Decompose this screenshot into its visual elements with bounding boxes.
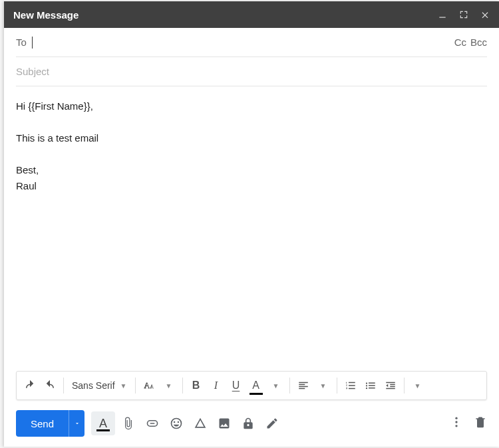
discard-draft-icon[interactable]: [474, 415, 487, 431]
insert-drive-icon[interactable]: [194, 417, 207, 430]
text-style-bar: [96, 429, 110, 431]
font-size-dropdown[interactable]: ▼: [160, 376, 178, 395]
compose-window: New Message To Cc Bcc Hi {{First Name}},…: [4, 1, 499, 447]
font-family-label: Sans Serif: [72, 380, 115, 391]
formatting-toolbar: Sans Serif ▼ ▼ B I U A ▼ ▼ ▼: [16, 371, 487, 400]
bulleted-list-icon[interactable]: [361, 376, 380, 395]
bcc-button[interactable]: Bcc: [470, 37, 487, 48]
close-icon[interactable]: [480, 10, 490, 19]
bold-icon[interactable]: B: [187, 376, 206, 395]
insert-link-icon[interactable]: [146, 417, 159, 430]
svg-point-1: [455, 417, 457, 419]
text-color-bar: [250, 393, 263, 395]
chevron-down-icon: ▼: [120, 382, 127, 390]
svg-rect-0: [439, 17, 445, 18]
outdent-icon[interactable]: [381, 376, 400, 395]
font-size-icon[interactable]: [140, 376, 158, 395]
insert-emoji-icon[interactable]: [170, 417, 183, 430]
more-formatting-dropdown[interactable]: ▼: [409, 376, 427, 395]
svg-point-2: [455, 421, 457, 423]
insert-signature-icon[interactable]: [265, 417, 279, 430]
text-color-icon[interactable]: A: [247, 376, 265, 395]
send-button[interactable]: Send: [16, 410, 69, 437]
align-icon[interactable]: [294, 376, 313, 395]
attach-file-icon[interactable]: [122, 417, 135, 430]
cc-bcc-group: Cc Bcc: [454, 37, 487, 48]
undo-icon[interactable]: [21, 376, 39, 395]
minimize-icon[interactable]: [438, 10, 447, 19]
compose-right-icons: [450, 415, 487, 431]
compose-action-icons: [122, 417, 279, 430]
italic-icon[interactable]: I: [207, 376, 226, 395]
subject-row: [16, 57, 487, 86]
cc-button[interactable]: Cc: [454, 37, 466, 48]
more-options-icon[interactable]: [450, 415, 463, 431]
subject-input[interactable]: [16, 63, 487, 80]
align-dropdown[interactable]: ▼: [314, 376, 333, 395]
font-family-select[interactable]: Sans Serif ▼: [68, 376, 131, 395]
window-title: New Message: [13, 9, 438, 21]
text-styling-button[interactable]: A: [91, 411, 115, 435]
svg-point-3: [455, 425, 457, 427]
window-controls: [438, 10, 490, 19]
to-label: To: [16, 37, 27, 48]
insert-photo-icon[interactable]: [218, 417, 231, 430]
bottom-toolbar: Send A: [4, 407, 499, 447]
confidential-mode-icon[interactable]: [242, 417, 255, 430]
send-group: Send: [16, 410, 84, 437]
send-options-dropdown[interactable]: [69, 410, 84, 437]
fullscreen-icon[interactable]: [459, 10, 468, 19]
titlebar: New Message: [4, 1, 499, 28]
message-body[interactable]: Hi {{First Name}}, This is a test email …: [4, 86, 499, 371]
text-color-dropdown[interactable]: ▼: [267, 376, 285, 395]
redo-icon[interactable]: [41, 376, 59, 395]
underline-icon[interactable]: U: [227, 376, 246, 395]
numbered-list-icon[interactable]: [341, 376, 360, 395]
to-input[interactable]: [33, 34, 454, 51]
to-row: To Cc Bcc: [16, 28, 487, 57]
